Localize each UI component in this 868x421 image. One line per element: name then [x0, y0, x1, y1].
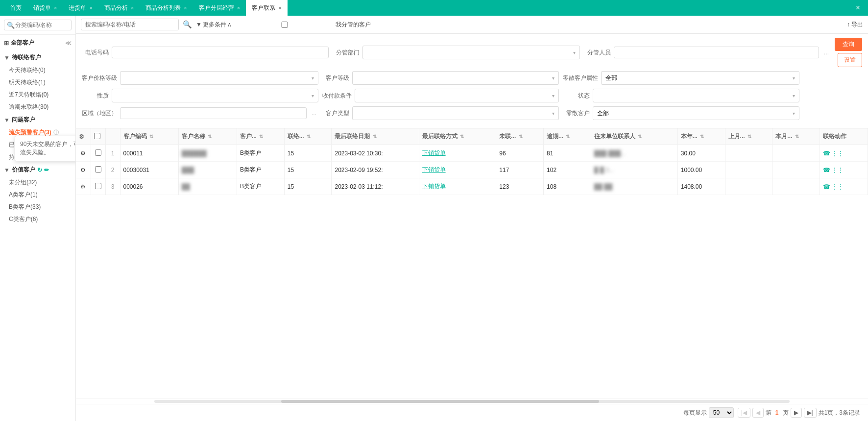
- export-button[interactable]: ↑ 导出: [847, 21, 863, 29]
- checkbox-header[interactable]: [91, 128, 105, 145]
- this-year-header[interactable]: 本年... ⇅: [677, 128, 725, 145]
- my-customers-checkbox-label[interactable]: 我分管的客户: [236, 21, 371, 29]
- sidebar-item-overdue[interactable]: 逾期未联络(30): [0, 101, 75, 113]
- region-dots-button[interactable]: ...: [310, 110, 318, 117]
- payment-select[interactable]: ▾: [355, 89, 559, 102]
- sidebar-item-a-class[interactable]: A类客户(1): [0, 189, 75, 201]
- page-size-select[interactable]: 50 100 200: [709, 407, 734, 418]
- close-customer-contact-icon[interactable]: ×: [278, 5, 281, 11]
- next-page-button[interactable]: ▶: [791, 408, 802, 418]
- sidebar-all-customers[interactable]: ⊞ 全部客户 ≪: [0, 35, 75, 51]
- close-sales-icon[interactable]: ×: [54, 5, 57, 11]
- contact-header[interactable]: 联络... ⇅: [284, 128, 332, 145]
- row-settings[interactable]: ⚙: [76, 145, 91, 162]
- last-contact-way-header[interactable]: 最后联络方式 ⇅: [419, 128, 496, 145]
- row-action[interactable]: ☎ ⋮⋮: [820, 145, 868, 162]
- nav-analysis-list[interactable]: 商品分析列表 ×: [140, 0, 193, 16]
- price-level-select[interactable]: ▾: [120, 71, 318, 85]
- sort-not-icon: ⇅: [519, 134, 523, 139]
- customer-type-select[interactable]: ▾: [352, 106, 559, 120]
- region-input[interactable]: [120, 107, 307, 119]
- refresh-icon[interactable]: ↻: [37, 167, 42, 173]
- row-settings[interactable]: ⚙: [76, 178, 91, 195]
- manager-input[interactable]: [614, 47, 819, 58]
- row-action[interactable]: ☎ ⋮⋮: [820, 162, 868, 178]
- collapse-icon[interactable]: ≪: [65, 40, 72, 47]
- row-last-contact-way[interactable]: 下销货单: [419, 162, 496, 178]
- more-conditions-button[interactable]: ▼ 更多条件 ∧: [196, 21, 232, 29]
- row-last-contact-way[interactable]: 下销货单: [419, 145, 496, 162]
- close-customer-tier-icon[interactable]: ×: [237, 5, 240, 11]
- row-checkbox[interactable]: [95, 183, 101, 189]
- row-settings[interactable]: ⚙: [76, 162, 91, 178]
- row-code: 000011: [120, 145, 178, 162]
- scrollbar-thumb[interactable]: [281, 400, 599, 403]
- settings-header[interactable]: ⚙: [76, 128, 91, 145]
- retail-attr-select[interactable]: 全部 ▾: [601, 71, 799, 85]
- row-contact: 15: [284, 178, 332, 195]
- row-checkbox-cell[interactable]: [91, 145, 105, 162]
- row-checkbox-cell[interactable]: [91, 178, 105, 195]
- edit-icon[interactable]: ✏: [44, 167, 49, 173]
- sidebar-item-7days[interactable]: 近7天待联络(0): [0, 89, 75, 101]
- row-checkbox-cell[interactable]: [91, 162, 105, 178]
- horizontal-scrollbar[interactable]: [76, 398, 868, 404]
- close-analysis-icon[interactable]: ×: [131, 5, 134, 11]
- prev-page-button[interactable]: ◀: [752, 408, 764, 418]
- unit-contact-header[interactable]: 往来单位联系人 ⇅: [591, 128, 677, 145]
- overdue-header[interactable]: 逾期... ⇅: [544, 128, 591, 145]
- filter-nature: 性质 ▾: [82, 89, 318, 102]
- phone-input[interactable]: [112, 47, 329, 58]
- filter-icon: ▼: [196, 21, 202, 28]
- row-action[interactable]: ☎ ⋮⋮: [820, 178, 868, 195]
- sidebar-item-c-class[interactable]: C类客户(6): [0, 213, 75, 225]
- select-all-checkbox[interactable]: [94, 133, 100, 139]
- code-header[interactable]: 客户编码 ⇅: [120, 128, 178, 145]
- sidebar-item-today[interactable]: 今天待联络(0): [0, 64, 75, 76]
- sidebar-item-b-class[interactable]: B类客户(33): [0, 201, 75, 213]
- last-page-button[interactable]: ▶|: [804, 408, 817, 418]
- name-header[interactable]: 客户名称 ⇅: [178, 128, 237, 145]
- this-month-header[interactable]: 本月... ⇅: [772, 128, 820, 145]
- dept-select[interactable]: ▾: [362, 46, 579, 59]
- customer-level-select[interactable]: ▾: [352, 71, 559, 85]
- query-button[interactable]: 查询: [835, 38, 862, 51]
- sidebar-item-ungrouped[interactable]: 未分组(32): [0, 176, 75, 189]
- my-customers-checkbox[interactable]: [236, 22, 334, 28]
- nav-purchase[interactable]: 进货单 ×: [63, 0, 98, 16]
- nav-home[interactable]: 首页: [4, 0, 27, 16]
- group-problem-customers[interactable]: ▼ 问题客户: [0, 113, 75, 126]
- sidebar-item-tomorrow[interactable]: 明天待联络(1): [0, 76, 75, 89]
- nav-analysis[interactable]: 商品分析 ×: [98, 0, 140, 16]
- nature-select[interactable]: ▾: [112, 89, 318, 102]
- type-header[interactable]: 客户... ⇅: [237, 128, 284, 145]
- close-all-button[interactable]: ×: [852, 3, 864, 12]
- filter-status: 状态 ▾: [563, 89, 799, 102]
- sort-code-icon: ⇅: [149, 134, 153, 139]
- group-value-customers[interactable]: ▼ 价值客户 ↻ ✏: [0, 163, 75, 176]
- search-button[interactable]: 🔍: [183, 20, 192, 29]
- first-page-button[interactable]: |◀: [738, 408, 750, 418]
- row-checkbox[interactable]: [95, 166, 101, 173]
- status-select[interactable]: ▾: [593, 89, 799, 102]
- nav-sales[interactable]: 销货单 ×: [27, 0, 63, 16]
- row-number: 1: [105, 145, 120, 162]
- nav-customer-tier[interactable]: 客户分层经营 ×: [193, 0, 246, 16]
- manager-dots-button[interactable]: ...: [822, 49, 831, 56]
- row-this-month: [772, 178, 820, 195]
- row-last-contact-way[interactable]: 下销货单: [419, 178, 496, 195]
- last-month-header[interactable]: 上月... ⇅: [725, 128, 772, 145]
- row-this-month: [772, 145, 820, 162]
- nav-customer-contact[interactable]: 客户联系 ×: [246, 0, 287, 16]
- row-checkbox[interactable]: [95, 149, 101, 156]
- search-input[interactable]: [81, 19, 179, 30]
- close-analysis-list-icon[interactable]: ×: [184, 5, 187, 11]
- retail-customer-select[interactable]: 全部 ▾: [593, 106, 799, 120]
- last-contact-date-header[interactable]: 最后联络日期 ⇅: [332, 128, 419, 145]
- not-contacted-header[interactable]: 未联... ⇅: [496, 128, 544, 145]
- setting-button[interactable]: 设置: [838, 53, 862, 67]
- close-purchase-icon[interactable]: ×: [89, 5, 92, 11]
- sort-last-month-icon: ⇅: [747, 134, 751, 139]
- top-nav: 首页 销货单 × 进货单 × 商品分析 × 商品分析列表 × 客户分层经营 × …: [0, 0, 868, 16]
- group-pending-contact[interactable]: ▼ 待联络客户: [0, 51, 75, 64]
